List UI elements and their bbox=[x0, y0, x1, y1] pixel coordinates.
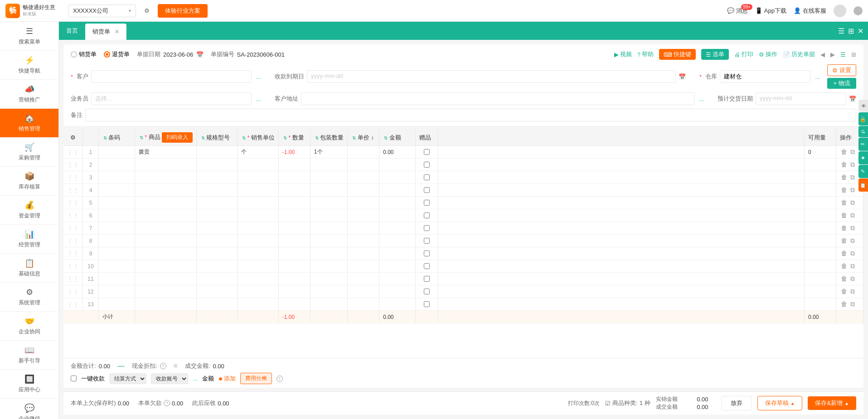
row-operations[interactable]: 🗑 ⧉ bbox=[836, 273, 863, 285]
sidebar-item-shortcut[interactable]: ⚡ 快捷导航 bbox=[0, 51, 58, 80]
row-barcode[interactable] bbox=[99, 235, 135, 247]
row-price[interactable] bbox=[348, 285, 379, 298]
th-price-sort-icon[interactable]: ⇅ bbox=[352, 135, 356, 140]
cash-discount-help-icon[interactable]: ? bbox=[160, 363, 166, 369]
row-unit[interactable] bbox=[238, 171, 279, 184]
row-pkg-qty[interactable] bbox=[310, 209, 347, 222]
tab-sales-order[interactable]: 销货单 ✕ bbox=[85, 24, 126, 40]
copy-row-btn[interactable]: ⧉ bbox=[850, 212, 855, 219]
row-spec[interactable] bbox=[197, 235, 238, 247]
row-spec[interactable] bbox=[197, 159, 238, 171]
sidebar-item-wechat[interactable]: 💬 企业微信 bbox=[0, 399, 58, 419]
row-gift[interactable] bbox=[416, 235, 438, 247]
gift-checkbox[interactable] bbox=[424, 149, 430, 155]
row-gift[interactable] bbox=[416, 146, 438, 159]
owed-help-icon[interactable]: ? bbox=[164, 400, 170, 406]
sidebar-item-search[interactable]: ☰ 搜索菜单 bbox=[0, 22, 58, 51]
view-grid-icon[interactable]: ⊞ bbox=[851, 51, 856, 58]
save-draft-button[interactable]: 保存草稿 ▲ bbox=[757, 396, 803, 410]
history-prev-icon[interactable]: ◀ bbox=[820, 51, 825, 58]
row-qty[interactable] bbox=[278, 197, 310, 209]
row-unit[interactable] bbox=[238, 235, 279, 247]
tab-view-list-icon[interactable]: ☰ bbox=[838, 27, 844, 35]
float-rotate-btn[interactable]: ↺ bbox=[858, 126, 868, 137]
salesperson-input[interactable]: 选择... bbox=[91, 92, 252, 105]
sidebar-item-system[interactable]: ⚙ 系统管理 bbox=[0, 283, 58, 312]
row-price[interactable] bbox=[348, 184, 379, 197]
float-feedback-btn[interactable]: 📋 bbox=[858, 178, 868, 192]
copy-row-btn[interactable]: ⧉ bbox=[850, 161, 855, 168]
save-new-button[interactable]: 保存&新增 ▲ bbox=[808, 396, 856, 410]
gift-checkbox[interactable] bbox=[424, 238, 430, 244]
row-price[interactable] bbox=[348, 260, 379, 273]
row-gift[interactable] bbox=[416, 247, 438, 260]
row-barcode[interactable] bbox=[99, 197, 135, 209]
trial-button[interactable]: 体验行业方案 bbox=[158, 4, 208, 18]
row-pkg-qty[interactable] bbox=[310, 273, 347, 285]
row-spec[interactable] bbox=[197, 209, 238, 222]
row-spec[interactable] bbox=[197, 197, 238, 209]
salesperson-dots-btn[interactable]: ... bbox=[256, 96, 261, 102]
row-amount[interactable] bbox=[379, 209, 416, 222]
row-unit[interactable] bbox=[238, 273, 279, 285]
add-payment-btn[interactable]: ● 添加 bbox=[218, 375, 236, 383]
row-operations[interactable]: 🗑 ⧉ bbox=[836, 222, 863, 235]
row-pkg-qty[interactable] bbox=[310, 260, 347, 273]
tab-close-icon[interactable]: ✕ bbox=[115, 29, 119, 35]
copy-row-btn[interactable]: ⧉ bbox=[850, 288, 855, 295]
discard-button[interactable]: 放弃 bbox=[721, 396, 752, 410]
row-operations[interactable]: 🗑 ⧉ bbox=[836, 285, 863, 298]
row-pkg-qty[interactable] bbox=[310, 285, 347, 298]
row-amount[interactable] bbox=[379, 171, 416, 184]
row-product[interactable] bbox=[135, 197, 197, 209]
row-pkg-qty[interactable] bbox=[310, 222, 347, 235]
row-spec[interactable] bbox=[197, 222, 238, 235]
row-pkg-qty[interactable] bbox=[310, 197, 347, 209]
th-spec-sort-icon[interactable]: ⇅ bbox=[201, 135, 205, 140]
scan-barcode-btn[interactable]: 扫码录入 bbox=[162, 132, 193, 143]
row-gift[interactable] bbox=[416, 222, 438, 235]
delete-row-btn[interactable]: 🗑 bbox=[841, 288, 847, 295]
row-qty[interactable] bbox=[278, 209, 310, 222]
copy-row-btn[interactable]: ⧉ bbox=[850, 199, 855, 206]
history-link[interactable]: 📄 历史单据 bbox=[783, 50, 815, 58]
row-spec[interactable] bbox=[197, 146, 238, 159]
row-qty[interactable] bbox=[278, 260, 310, 273]
row-qty[interactable]: -1.00 bbox=[278, 146, 310, 159]
row-pkg-qty[interactable] bbox=[310, 171, 347, 184]
row-unit[interactable] bbox=[238, 247, 279, 260]
row-spec[interactable] bbox=[197, 247, 238, 260]
sidebar-item-apps[interactable]: 🔲 应用中心 bbox=[0, 370, 58, 399]
delete-row-btn[interactable]: 🗑 bbox=[841, 186, 847, 193]
row-drag-handle[interactable]: ⋮⋮ bbox=[63, 209, 83, 222]
copy-row-btn[interactable]: ⧉ bbox=[850, 224, 855, 231]
settlement-method-select[interactable]: 结算方式 bbox=[109, 373, 146, 384]
table-scroll[interactable]: ⚙ ⇅ 条码 ⇅ * 商品 bbox=[63, 130, 863, 358]
row-operations[interactable]: 🗑 ⧉ bbox=[836, 298, 863, 311]
row-amount[interactable] bbox=[379, 273, 416, 285]
row-price[interactable] bbox=[348, 159, 379, 171]
copy-row-btn[interactable]: ⧉ bbox=[850, 275, 855, 282]
row-qty[interactable] bbox=[278, 247, 310, 260]
row-barcode[interactable] bbox=[99, 209, 135, 222]
row-spec[interactable] bbox=[197, 260, 238, 273]
row-pkg-qty[interactable] bbox=[310, 247, 347, 260]
delete-row-btn[interactable]: 🗑 bbox=[841, 250, 847, 257]
row-barcode[interactable] bbox=[99, 222, 135, 235]
row-price[interactable] bbox=[348, 235, 379, 247]
payment-date-calendar-icon[interactable]: 📅 bbox=[679, 73, 686, 80]
video-link[interactable]: ▶ 视频 bbox=[614, 50, 632, 58]
user-avatar[interactable] bbox=[834, 5, 846, 17]
row-price[interactable] bbox=[348, 273, 379, 285]
row-amount[interactable]: 0.00 bbox=[379, 146, 416, 159]
row-gift[interactable] bbox=[416, 273, 438, 285]
row-unit[interactable] bbox=[238, 260, 279, 273]
delete-row-btn[interactable]: 🗑 bbox=[841, 199, 847, 206]
row-gift[interactable] bbox=[416, 159, 438, 171]
row-gift[interactable] bbox=[416, 184, 438, 197]
row-product[interactable] bbox=[135, 171, 197, 184]
row-drag-handle[interactable]: ⋮⋮ bbox=[63, 159, 83, 171]
row-drag-handle[interactable]: ⋮⋮ bbox=[63, 285, 83, 298]
row-product[interactable]: 拨贡 bbox=[135, 146, 197, 159]
row-barcode[interactable] bbox=[99, 171, 135, 184]
